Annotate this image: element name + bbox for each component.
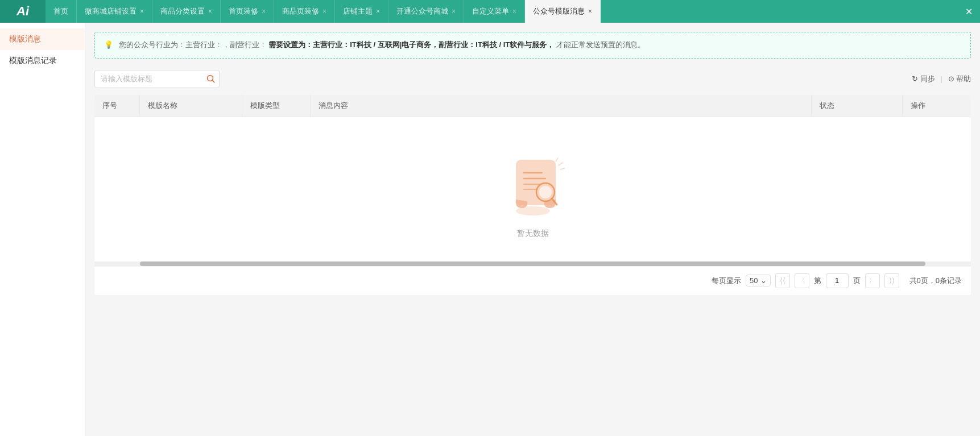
next-page-button[interactable]: 〉 <box>865 273 880 288</box>
search-input-wrap <box>94 70 220 88</box>
svg-point-8 <box>539 186 552 198</box>
svg-line-1 <box>213 81 215 83</box>
tab-item[interactable]: 微商城店铺设置× <box>77 0 152 23</box>
svg-line-12 <box>556 158 558 161</box>
pagination: 每页显示 50 ⌄ ⟨⟨ 〈 第 页 〉 ⟩⟩ 共0页，0条记录 <box>94 266 971 295</box>
tab-close-icon[interactable]: × <box>452 7 456 15</box>
logo: Ai <box>0 0 46 23</box>
divider: | <box>941 74 942 83</box>
page-size-value: 50 <box>750 276 758 285</box>
layout: 模版消息模版消息记录 💡 您的公众号行业为：主营行业：，副营行业： 需要设置为：… <box>0 23 980 436</box>
scroll-bar-area[interactable] <box>94 261 971 266</box>
tab-close-icon[interactable]: × <box>512 7 516 15</box>
page-input[interactable] <box>826 273 849 288</box>
tab-close-icon[interactable]: × <box>262 7 266 15</box>
empty-text: 暂无数据 <box>517 229 549 239</box>
help-icon: ⊙ <box>948 74 954 83</box>
tab-close-icon[interactable]: × <box>322 7 326 15</box>
tab-bar: 首页微商城店铺设置×商品分类设置×首页装修×商品页装修×店铺主题×开通公众号商城… <box>46 0 957 23</box>
help-button[interactable]: ⊙ 帮助 <box>948 74 971 84</box>
notice-highlight: 需要设置为：主营行业：IT科技 / 互联网|电子商务，副营行业：IT科技 / I… <box>268 40 554 49</box>
tab-label: 首页装修 <box>229 6 258 16</box>
tab-item[interactable]: 开通公众号商城× <box>388 0 464 23</box>
tab-label: 首页 <box>53 6 68 16</box>
tab-label: 自定义菜单 <box>472 6 509 16</box>
search-input[interactable] <box>94 70 220 88</box>
table-column-header: 模版名称 <box>140 95 242 117</box>
sidebar: 模版消息模版消息记录 <box>0 23 85 436</box>
tab-label: 商品分类设置 <box>160 6 205 16</box>
tab-item[interactable]: 商品分类设置× <box>152 0 221 23</box>
tab-item[interactable]: 商品页装修× <box>274 0 335 23</box>
table-header: 序号模版名称模版类型消息内容状态操作 <box>94 95 971 117</box>
notice-prefix: 您的公众号行业为：主营行业：，副营行业： <box>119 40 267 49</box>
tab-close-icon[interactable]: × <box>208 7 212 15</box>
prev-page-button[interactable]: 〈 <box>795 273 809 288</box>
main-content: 💡 您的公众号行业为：主营行业：，副营行业： 需要设置为：主营行业：IT科技 /… <box>85 23 980 436</box>
table-column-header: 操作 <box>903 95 971 117</box>
chevron-down-icon: ⌄ <box>760 276 767 285</box>
first-page-button[interactable]: ⟨⟨ <box>775 273 790 288</box>
tab-item[interactable]: 首页装修× <box>221 0 274 23</box>
empty-illustration <box>499 151 567 219</box>
page-size-select[interactable]: 50 ⌄ <box>746 275 770 286</box>
sidebar-item[interactable]: 模版消息记录 <box>0 50 85 72</box>
global-close-button[interactable]: ✕ <box>957 0 980 23</box>
tab-item[interactable]: 公众号模版消息× <box>525 0 601 23</box>
notice-icon: 💡 <box>104 40 113 49</box>
tab-label: 微商城店铺设置 <box>85 6 137 16</box>
tab-label: 开通公众号商城 <box>396 6 448 16</box>
table-column-header: 模版类型 <box>242 95 311 117</box>
tab-item[interactable]: 首页 <box>46 0 77 23</box>
total-text: 共0页，0条记录 <box>909 276 962 286</box>
scroll-bar-thumb[interactable] <box>140 261 925 266</box>
svg-line-11 <box>560 168 565 169</box>
page-size-label: 每页显示 <box>712 276 741 286</box>
sidebar-item[interactable]: 模版消息 <box>0 28 85 50</box>
sync-icon: ↻ <box>912 74 918 83</box>
help-label: 帮助 <box>956 74 971 84</box>
empty-state: 暂无数据 <box>94 117 971 261</box>
table-column-header: 状态 <box>812 95 903 117</box>
tab-item[interactable]: 自定义菜单× <box>464 0 525 23</box>
search-button[interactable] <box>206 74 215 83</box>
notice-box: 💡 您的公众号行业为：主营行业：，副营行业： 需要设置为：主营行业：IT科技 /… <box>94 32 971 59</box>
svg-line-10 <box>559 163 563 165</box>
tab-label: 店铺主题 <box>343 6 373 16</box>
tab-close-icon[interactable]: × <box>588 7 592 15</box>
tab-close-icon[interactable]: × <box>376 7 380 15</box>
top-nav: Ai 首页微商城店铺设置×商品分类设置×首页装修×商品页装修×店铺主题×开通公众… <box>0 0 980 23</box>
table-column-header: 序号 <box>94 95 140 117</box>
sync-button[interactable]: ↻ 同步 <box>912 74 935 84</box>
tab-close-icon[interactable]: × <box>140 7 144 15</box>
tab-label: 商品页装修 <box>282 6 319 16</box>
notice-suffix: 才能正常发送预置的消息。 <box>556 40 645 49</box>
page-unit: 页 <box>853 276 861 286</box>
sync-label: 同步 <box>920 74 935 84</box>
tab-item[interactable]: 店铺主题× <box>335 0 388 23</box>
page-label: 第 <box>814 276 821 286</box>
search-icon <box>206 74 215 83</box>
table-wrap: 序号模版名称模版类型消息内容状态操作 <box>94 95 971 295</box>
table-column-header: 消息内容 <box>311 95 812 117</box>
last-page-button[interactable]: ⟩⟩ <box>884 273 899 288</box>
search-row: ↻ 同步 | ⊙ 帮助 <box>94 70 971 88</box>
search-actions: ↻ 同步 | ⊙ 帮助 <box>912 74 971 84</box>
tab-label: 公众号模版消息 <box>533 6 585 16</box>
